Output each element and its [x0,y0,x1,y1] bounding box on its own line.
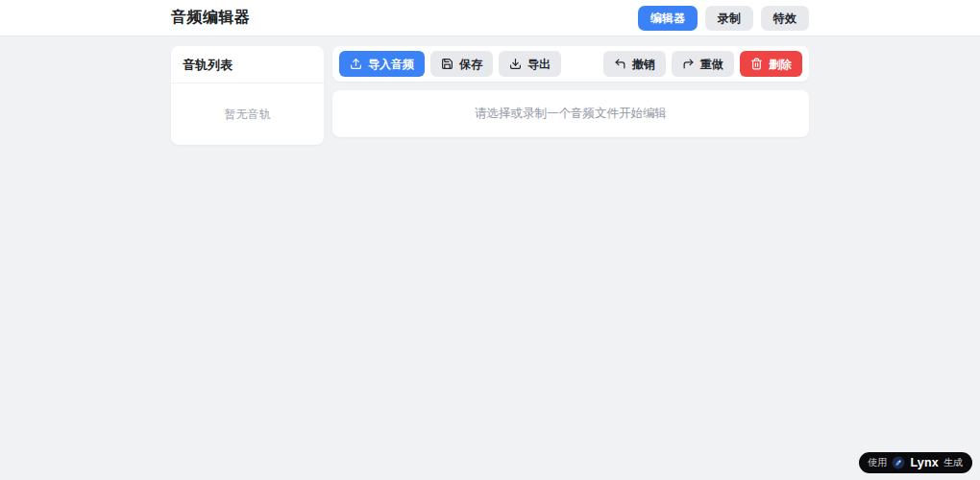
page-title: 音频编辑器 [171,8,251,28]
delete-label: 删除 [769,59,792,70]
track-list-header: 音轨列表 [171,46,324,84]
undo-button[interactable]: 撤销 [603,51,666,77]
track-list-empty-text: 暂无音轨 [171,84,324,145]
editor-empty-panel: 请选择或录制一个音频文件开始编辑 [332,90,809,137]
undo-label: 撤销 [632,59,655,70]
nav-tab-effects[interactable]: 特效 [761,6,809,31]
undo-icon [614,58,626,70]
editor-empty-message: 请选择或录制一个音频文件开始编辑 [475,106,667,122]
trash-icon [750,58,763,70]
save-icon [441,58,453,70]
badge-prefix: 使用 [868,456,887,469]
save-button[interactable]: 保存 [430,51,493,77]
upload-icon [350,58,362,70]
track-list-title: 音轨列表 [183,58,233,72]
app-header: 音频编辑器 编辑器 录制 特效 [0,0,980,36]
editor-toolbar: 导入音频 保存 导出 撤销 [332,46,809,82]
lynx-attribution-badge[interactable]: 使用 Lynx 生成 [859,452,972,473]
badge-suffix: 生成 [943,456,963,469]
export-button[interactable]: 导出 [499,51,561,77]
delete-button[interactable]: 删除 [740,51,802,77]
badge-brand: Lynx [910,456,939,469]
toolbar-left-group: 导入音频 保存 导出 [339,51,561,77]
nav-tab-record[interactable]: 录制 [705,6,753,31]
save-label: 保存 [459,59,482,70]
import-audio-button[interactable]: 导入音频 [339,51,425,77]
header-nav: 编辑器 录制 特效 [638,6,809,31]
nav-tab-editor[interactable]: 编辑器 [638,6,698,31]
toolbar-right-group: 撤销 重做 删除 [603,51,802,77]
redo-icon [682,58,695,70]
editor-main: 导入音频 保存 导出 撤销 [332,46,809,137]
redo-label: 重做 [700,59,723,70]
export-label: 导出 [527,59,551,70]
lynx-logo-icon [892,456,905,469]
track-list-panel: 音轨列表 暂无音轨 [171,46,324,145]
download-icon [509,58,522,70]
import-audio-label: 导入音频 [368,59,414,70]
redo-button[interactable]: 重做 [672,51,734,77]
